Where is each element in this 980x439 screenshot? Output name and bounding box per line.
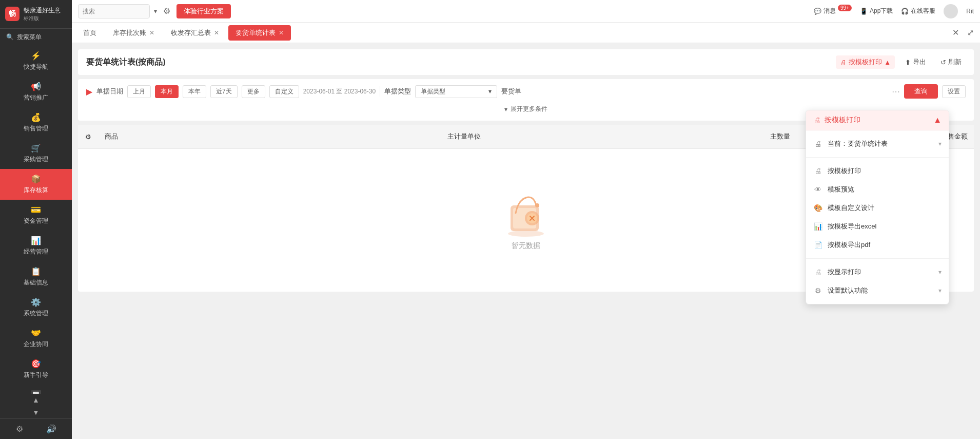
empty-text: 暂无数据: [512, 241, 540, 251]
dropdown-close-button[interactable]: ▲: [933, 116, 942, 125]
settings-icon[interactable]: ⚙: [16, 424, 23, 434]
nav-icon-purchase: 🛒: [31, 143, 41, 153]
sidebar-scroll-up[interactable]: ▲: [0, 394, 72, 406]
app-logo: 畅 畅康通好生意 标准版: [0, 0, 72, 29]
sidebar-item-system[interactable]: ⚙️ 系统管理: [0, 292, 72, 323]
topbar-gear-icon[interactable]: ⚙: [161, 6, 172, 16]
filter-ordertype-label: 要货单: [501, 87, 521, 96]
current-template-icon: 🖨: [813, 140, 822, 148]
nav-icon-marketing: 📢: [31, 82, 41, 91]
topbar-search-input[interactable]: [78, 4, 150, 18]
filter-more-options-icon[interactable]: ⋯: [892, 87, 900, 97]
topbar-online-service[interactable]: 🎧 在线客服: [901, 7, 935, 15]
page-title: 要货单统计表(按商品): [86, 57, 166, 68]
tab-inventory-batch[interactable]: 库存批次账 ✕: [106, 25, 162, 41]
tab-receipt-summary[interactable]: 收发存汇总表 ✕: [164, 25, 226, 41]
nav-icon-system: ⚙️: [31, 297, 41, 307]
dropdown-display-print[interactable]: 🖨 按显示打印 ▾: [806, 263, 949, 281]
dropdown-template-design[interactable]: 🎨 模板自定义设计: [806, 199, 949, 217]
empty-illustration: [500, 190, 552, 241]
filter-settings-button[interactable]: 设置: [942, 85, 966, 98]
sidebar-item-finance[interactable]: 💳 资金管理: [0, 200, 72, 231]
tab-order-stats-close[interactable]: ✕: [279, 29, 284, 36]
sound-icon[interactable]: 🔊: [46, 424, 56, 434]
filter-doctype-select[interactable]: 单据类型 ▾: [415, 85, 497, 98]
query-button[interactable]: 查询: [904, 84, 938, 99]
print-template-button[interactable]: 🖨 按模板打印 ▲: [836, 55, 895, 69]
display-print-arrow: ▾: [938, 269, 942, 276]
dropdown-template-export-pdf[interactable]: 📄 按模板导出pdf: [806, 236, 949, 254]
th-checkbox[interactable]: ⚙: [78, 130, 99, 144]
nav-icon-quick-nav: ⚡: [31, 51, 41, 61]
dropdown-template-print[interactable]: 🖨 按模板打印: [806, 162, 949, 180]
nav-label-corp: 企业协同: [24, 340, 48, 349]
sidebar-item-sales[interactable]: 💰 销售管理: [0, 107, 72, 138]
topbar: ▾ ⚙ 体验行业方案 💬 消息 99+ 📱 App下载 🎧 在线客服 Rit: [72, 0, 980, 23]
date-btn-more[interactable]: 更多: [242, 85, 265, 98]
date-btn-custom[interactable]: 自定义: [269, 85, 299, 98]
search-icon: 🔍: [6, 33, 14, 41]
dropdown-display-section: 🖨 按显示打印 ▾ ⚙ 设置默认功能 ▾: [806, 259, 949, 304]
tab-receipt-summary-label: 收发存汇总表: [171, 28, 211, 37]
tab-maximize-button[interactable]: ⤢: [965, 27, 976, 39]
topbar-app-download[interactable]: 📱 App下载: [860, 7, 893, 15]
sidebar-item-purchase[interactable]: 🛒 采购管理: [0, 138, 72, 169]
date-range-text: 2023-06-01 至 2023-06-30: [303, 87, 376, 96]
topbar-highlight-button[interactable]: 体验行业方案: [177, 4, 231, 18]
nav-label-purchase: 采购管理: [24, 155, 48, 164]
tab-inventory-batch-close[interactable]: ✕: [149, 29, 154, 36]
sidebar-scroll-down[interactable]: ▼: [0, 406, 72, 418]
dropdown-set-default[interactable]: ⚙ 设置默认功能 ▾: [806, 281, 949, 300]
nav-icon-guide: 🎯: [31, 359, 41, 369]
date-btn-7days[interactable]: 近7天: [210, 85, 238, 98]
sidebar-item-operation[interactable]: 📊 经营管理: [0, 231, 72, 261]
message-icon: 💬: [814, 8, 821, 15]
export-button[interactable]: ⬆ 导出: [901, 55, 930, 69]
sidebar-search[interactable]: 🔍 搜索菜单: [0, 29, 72, 46]
online-service-label: 在线客服: [911, 7, 935, 15]
dropdown-current-section: 🖨 当前：要货单统计表 ▾: [806, 130, 949, 158]
tab-home[interactable]: 首页: [76, 25, 104, 41]
export-label: 导出: [913, 58, 926, 67]
dropdown-template-preview[interactable]: 👁 模板预览: [806, 180, 949, 199]
nav-label-operation: 经营管理: [24, 247, 48, 256]
filter-doctype-value: 单据类型: [421, 87, 445, 96]
sidebar-item-marketing[interactable]: 📢 营销推广: [0, 77, 72, 107]
refresh-label: 刷新: [948, 58, 962, 67]
expand-chevron-icon: ▾: [504, 106, 507, 113]
dropdown-template-export-excel[interactable]: 📊 按模板导出excel: [806, 217, 949, 236]
set-default-arrow: ▾: [938, 287, 942, 294]
sidebar-item-corp[interactable]: 🤝 企业协同: [0, 323, 72, 354]
nav-icon-sales: 💰: [31, 112, 41, 122]
sidebar-item-guide[interactable]: 🎯 新手引导: [0, 354, 72, 385]
user-avatar[interactable]: [944, 4, 958, 18]
date-btn-this-month[interactable]: 本月: [155, 85, 179, 98]
tab-order-stats[interactable]: 要货单统计表 ✕: [228, 25, 291, 41]
date-btn-this-year[interactable]: 本年: [183, 85, 206, 98]
template-print-icon: 🖨: [813, 167, 822, 175]
display-print-label: 按显示打印: [828, 268, 861, 277]
filter-separator-1: [380, 86, 380, 97]
date-btn-last-month[interactable]: 上月: [127, 85, 151, 98]
dropdown-current-label: 当前：要货单统计表: [828, 139, 888, 148]
sidebar-item-inventory[interactable]: 📦 库存核算: [0, 169, 72, 200]
message-label: 消息: [824, 7, 836, 15]
tab-close-all-button[interactable]: ✕: [950, 27, 961, 39]
sidebar-item-quick-nav[interactable]: ⚡ 快捷导航: [0, 46, 72, 77]
topbar-message[interactable]: 💬 消息 99+: [814, 7, 852, 15]
template-design-icon: 🎨: [813, 204, 822, 212]
nav-icon-basic: 📋: [31, 266, 41, 276]
template-excel-icon: 📊: [813, 222, 822, 231]
nav-icon-corp: 🤝: [31, 328, 41, 338]
dropdown-current-item[interactable]: 🖨 当前：要货单统计表 ▾: [806, 135, 949, 153]
template-preview-icon: 👁: [813, 185, 822, 194]
th-unit: 主计量单位: [441, 129, 619, 144]
print-template-label: 按模板打印: [849, 58, 882, 67]
sidebar-item-basic[interactable]: 📋 基础信息: [0, 261, 72, 292]
topbar-dropdown-button[interactable]: ▾: [154, 8, 157, 15]
refresh-button[interactable]: ↺ 刷新: [936, 55, 966, 69]
print-template-icon: 🖨: [840, 59, 847, 66]
sidebar-item-apps[interactable]: 🔲 应用中心: [0, 385, 72, 394]
tab-receipt-summary-close[interactable]: ✕: [214, 29, 219, 36]
filter-expand-icon[interactable]: ▶: [86, 87, 92, 97]
